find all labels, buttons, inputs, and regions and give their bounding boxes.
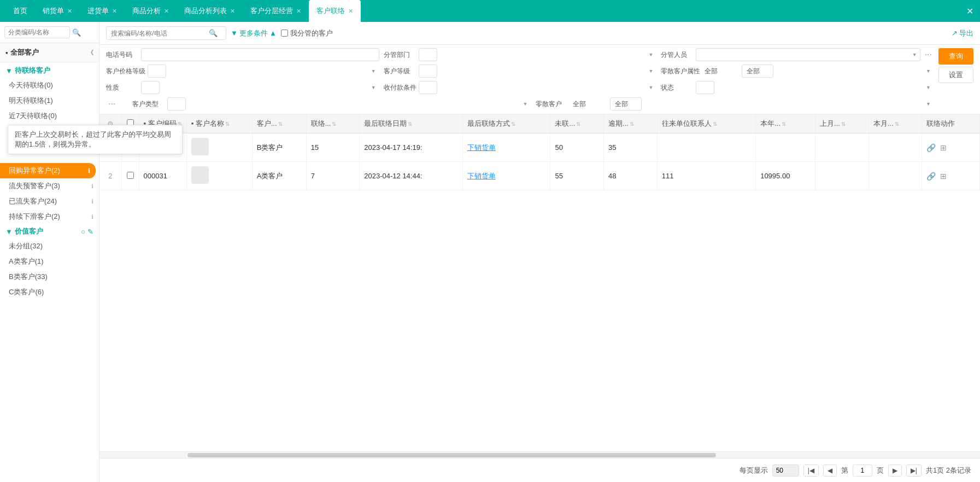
sidebar-c-customers[interactable]: C类客户(6) bbox=[0, 284, 99, 300]
sidebar-collapse-btn[interactable]: 《 bbox=[87, 49, 93, 57]
sidebar-churn-warning[interactable]: 流失预警客户(3) ℹ bbox=[0, 178, 99, 194]
window-close-button[interactable]: ✕ bbox=[966, 6, 973, 16]
th-customer-name: ▪ 客户名称⇅ bbox=[186, 114, 252, 133]
edit-icon[interactable]: ✎ bbox=[87, 228, 93, 236]
th-this-year: 本年...⇅ bbox=[756, 114, 815, 133]
th-last-contact-date: 最后联络日期⇅ bbox=[360, 114, 463, 133]
settings-button[interactable]: 设置 bbox=[938, 67, 973, 83]
nav-home[interactable]: 首页 bbox=[5, 0, 35, 22]
prev-page-btn[interactable]: ◀ bbox=[823, 464, 837, 477]
sort-date-icon[interactable]: ⇅ bbox=[408, 121, 412, 127]
sidebar-churned[interactable]: 已流失客户(24) ℹ bbox=[0, 194, 99, 209]
close-contact-icon[interactable]: ✕ bbox=[348, 8, 353, 15]
nav-sales-order[interactable]: 销货单 ✕ bbox=[35, 0, 80, 22]
grid-icon-1[interactable]: ⊞ bbox=[940, 143, 947, 152]
customer-level-select[interactable] bbox=[419, 65, 437, 78]
circle-icon[interactable]: ○ bbox=[81, 228, 85, 236]
sidebar-today-contact[interactable]: 今天待联络(0) bbox=[0, 78, 99, 93]
link-icon-1[interactable]: 🔗 bbox=[926, 143, 936, 152]
cell-overdue-2: 48 bbox=[604, 162, 658, 190]
scrollbar-thumb[interactable] bbox=[187, 453, 716, 457]
sort-method-icon[interactable]: ⇅ bbox=[511, 121, 515, 127]
close-product-list-icon[interactable]: ✕ bbox=[230, 8, 235, 15]
nav-purchase-order[interactable]: 进货单 ✕ bbox=[80, 0, 125, 22]
sidebar-a-customers[interactable]: A类客户(1) bbox=[0, 254, 99, 269]
sort-month-icon[interactable]: ⇅ bbox=[895, 121, 899, 127]
next-page-btn[interactable]: ▶ bbox=[888, 464, 902, 477]
nav-customer-contact[interactable]: 客户联络 ✕ bbox=[309, 0, 361, 22]
th-last-month: 上月...⇅ bbox=[815, 114, 869, 133]
filter-retail-attr: 零散客户属性 全部 全部 bbox=[661, 65, 934, 78]
th-contact-count: 联络...⇅ bbox=[306, 114, 360, 133]
first-page-btn[interactable]: |◀ bbox=[803, 464, 819, 477]
sort-type-icon[interactable]: ⇅ bbox=[278, 121, 283, 127]
sort-person-icon[interactable]: ⇅ bbox=[713, 121, 717, 127]
sidebar-tomorrow-contact[interactable]: 明天待联络(1) bbox=[0, 93, 99, 108]
link-icon-2[interactable]: 🔗 bbox=[926, 172, 936, 181]
sort-uncontacted-icon[interactable]: ⇅ bbox=[576, 121, 580, 127]
close-sales-order-icon[interactable]: ✕ bbox=[67, 8, 72, 15]
all-customers-label: 全部客户 bbox=[10, 48, 39, 57]
retail-customer-select[interactable]: 全部 bbox=[610, 97, 642, 111]
cell-uncontacted-1: 50 bbox=[550, 133, 604, 162]
sidebar-search-icon[interactable]: 🔍 bbox=[72, 28, 81, 37]
nature-select[interactable] bbox=[141, 81, 160, 94]
phone-input[interactable] bbox=[141, 48, 379, 61]
close-purchase-order-icon[interactable]: ✕ bbox=[112, 8, 117, 15]
query-button[interactable]: 查询 bbox=[938, 48, 973, 65]
chevron-up-icon: ▲ bbox=[269, 29, 277, 37]
sidebar-declining[interactable]: 持续下滑客户(2) ℹ bbox=[0, 209, 99, 224]
export-button[interactable]: ↗ 导出 bbox=[952, 28, 973, 38]
sort-contact-icon[interactable]: ⇅ bbox=[332, 121, 336, 127]
cell-method-1: 下销货单 bbox=[462, 133, 550, 162]
sort-name-icon[interactable]: ⇅ bbox=[225, 121, 230, 127]
bottom-bar: 每页显示 50 20 100 |◀ ◀ 第 页 ▶ ▶| 共1页 2条记录 bbox=[99, 458, 980, 482]
info-icon-repurchase: ℹ bbox=[88, 167, 90, 175]
all-customers-header[interactable]: ▪ 全部客户 《 bbox=[0, 43, 99, 62]
sidebar-7days-contact[interactable]: 近7天待联络(0) bbox=[0, 108, 99, 124]
nav-product-analysis[interactable]: 商品分析 ✕ bbox=[125, 0, 177, 22]
last-page-btn[interactable]: ▶| bbox=[906, 464, 922, 477]
price-level-select[interactable] bbox=[148, 65, 166, 78]
person-select[interactable] bbox=[696, 48, 920, 61]
th-overdue: 逾期...⇅ bbox=[604, 114, 658, 133]
main-search-input[interactable] bbox=[111, 30, 207, 37]
dept-select[interactable] bbox=[419, 48, 437, 61]
more-conditions-btn[interactable]: ▼ 更多条件 ▲ bbox=[231, 28, 277, 38]
nav-customer-segmentation[interactable]: 客户分层经营 ✕ bbox=[243, 0, 309, 22]
payment-select[interactable] bbox=[419, 81, 437, 94]
last-method-link-1[interactable]: 下销货单 bbox=[467, 143, 496, 152]
sidebar-search-input[interactable] bbox=[4, 26, 70, 38]
grid-icon-2[interactable]: ⊞ bbox=[940, 172, 947, 181]
row2-checkbox[interactable] bbox=[127, 172, 134, 179]
main-search-icon[interactable]: 🔍 bbox=[209, 29, 218, 37]
my-customers-checkbox[interactable] bbox=[281, 30, 288, 37]
info-icon-declining: ℹ bbox=[91, 213, 93, 220]
sort-year-icon[interactable]: ⇅ bbox=[782, 121, 786, 127]
all-customers-icon: ▪ bbox=[5, 49, 8, 57]
pending-contact-group[interactable]: ▼ 待联络客户 bbox=[0, 62, 99, 78]
close-product-analysis-icon[interactable]: ✕ bbox=[164, 8, 169, 15]
row4-dots-btn[interactable]: ··· bbox=[108, 99, 115, 109]
sort-lastmonth-icon[interactable]: ⇅ bbox=[841, 121, 846, 127]
close-segmentation-icon[interactable]: ✕ bbox=[296, 8, 301, 15]
filter-retail-customer: 零散客户 全部 全部 bbox=[536, 97, 935, 111]
nav-product-analysis-list[interactable]: 商品分析列表 ✕ bbox=[177, 0, 243, 22]
sidebar-ungrouped[interactable]: 未分组(32) bbox=[0, 239, 99, 254]
sidebar-repurchase-abnormal[interactable]: 回购异常客户(2) ℹ bbox=[0, 163, 96, 178]
person-dots-btn[interactable]: ··· bbox=[925, 50, 932, 60]
last-method-link-2[interactable]: 下销货单 bbox=[467, 172, 496, 180]
filter-row-4: ··· 客户类型 零散客户 全部 全部 bbox=[106, 97, 934, 111]
cell-uncontacted-2: 55 bbox=[550, 162, 604, 190]
tooltip-text: 距客户上次交易时长，超过了此客户的平均交易周期的1.5倍，则视为异常。 bbox=[15, 130, 99, 148]
sort-overdue-icon[interactable]: ⇅ bbox=[630, 121, 634, 127]
retail-attr-select[interactable]: 全部 bbox=[742, 65, 773, 78]
customer-type-select[interactable] bbox=[167, 97, 186, 111]
horizontal-scrollbar[interactable] bbox=[99, 451, 980, 458]
sidebar-b-customers[interactable]: B类客户(33) bbox=[0, 269, 99, 284]
status-select[interactable] bbox=[696, 81, 714, 94]
page-input[interactable] bbox=[853, 464, 872, 477]
page-size-select[interactable]: 50 20 100 bbox=[772, 464, 799, 477]
cell-type-2: A类客户 bbox=[252, 162, 306, 190]
value-customers-expand-icon[interactable]: ▼ bbox=[5, 228, 13, 236]
